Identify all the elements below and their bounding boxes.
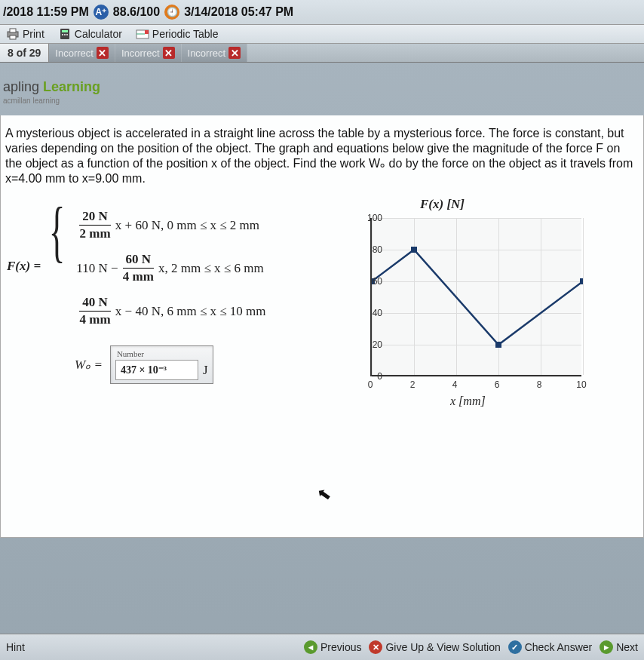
problem-statement: A mysterious object is accelerated in a …	[5, 126, 639, 186]
brand-subtitle: acmillan learning	[0, 97, 644, 115]
case-1: 20 N2 mm x + 60 N, 0 mm ≤ x ≤ 2 mm	[76, 209, 265, 241]
force-position-chart: F(x) [N] x [mm] 0246810020406080100	[337, 197, 601, 408]
x-tick-label: 6	[495, 379, 500, 390]
header-info-bar: /2018 11:59 PM A⁺ 88.6/100 🕘 3/14/2018 0…	[0, 0, 644, 25]
previous-label: Previous	[320, 641, 361, 653]
hint-button[interactable]: Hint	[6, 641, 25, 653]
answer-input[interactable]: 437 × 10⁻³	[115, 360, 198, 380]
attempt-3-label: Incorrect	[188, 48, 226, 59]
due-date: /2018 11:59 PM	[3, 5, 89, 19]
next-label: Next	[616, 641, 638, 653]
c1-den: 2 mm	[80, 226, 111, 241]
brace-icon: {	[49, 204, 66, 327]
y-tick-label: 20	[373, 339, 382, 350]
c2-num: 60 N	[123, 252, 155, 269]
c2-pre: 110 N −	[76, 261, 118, 276]
previous-button[interactable]: ◄ Previous	[304, 640, 361, 654]
printer-icon	[6, 28, 20, 40]
c1-range: x + 60 N, 0 mm ≤ x ≤ 2 mm	[115, 218, 259, 233]
x-tick-label: 2	[410, 379, 416, 390]
attempt-tab-3[interactable]: Incorrect ✕	[182, 44, 248, 62]
svg-rect-5	[62, 34, 63, 35]
next-icon: ►	[600, 640, 613, 654]
answer-unit: J	[203, 363, 208, 378]
print-button[interactable]: Print	[6, 28, 44, 40]
clock-icon: 🕘	[164, 5, 179, 20]
svg-rect-7	[66, 34, 68, 35]
x-tick-label: 0	[368, 379, 373, 390]
score-icon: A⁺	[94, 5, 109, 20]
y-tick-label: 80	[373, 244, 382, 255]
mouse-cursor-icon: ⬉	[316, 484, 333, 506]
y-tick-label: 0	[377, 371, 382, 382]
check-answer-button[interactable]: ✓ Check Answer	[508, 640, 592, 654]
attempt-tab-1[interactable]: Incorrect ✕	[49, 44, 115, 62]
incorrect-icon: ✕	[163, 47, 175, 59]
calculator-label: Calculator	[75, 28, 122, 40]
periodic-label: Periodic Table	[152, 28, 219, 40]
problem-content: A mysterious object is accelerated in a …	[0, 115, 644, 538]
equation-lhs: F(x) =	[7, 259, 41, 273]
y-tick-label: 40	[373, 308, 382, 318]
plot-area	[370, 218, 581, 376]
hint-label: Hint	[6, 641, 25, 653]
x-tick-label: 8	[537, 379, 542, 390]
svg-rect-14	[580, 278, 583, 284]
incorrect-icon: ✕	[228, 47, 241, 59]
attempt-2-label: Incorrect	[121, 48, 160, 59]
check-label: Check Answer	[525, 641, 592, 653]
incorrect-icon: ✕	[97, 47, 109, 59]
svg-rect-12	[411, 247, 417, 253]
answer-variable-label: Wₒ =	[75, 357, 103, 373]
giveup-label: Give Up & View Solution	[385, 641, 500, 653]
periodic-table-button[interactable]: Periodic Table	[136, 28, 219, 40]
calculator-icon	[58, 28, 72, 40]
svg-rect-13	[495, 342, 501, 348]
check-icon: ✓	[508, 640, 522, 654]
equation-definition: F(x) = { 20 N2 mm x + 60 N, 0 mm ≤ x ≤ 2…	[5, 197, 330, 388]
answer-row: Wₒ = Number 437 × 10⁻³ J	[75, 345, 328, 384]
giveup-icon: ✕	[369, 640, 382, 654]
brand-part1: apling	[3, 79, 43, 94]
previous-icon: ◄	[304, 640, 317, 654]
giveup-button[interactable]: ✕ Give Up & View Solution	[369, 640, 500, 654]
y-tick-label: 100	[367, 213, 382, 223]
svg-rect-6	[64, 34, 66, 35]
answer-box-caption: Number	[115, 349, 208, 360]
y-tick-label: 60	[373, 276, 382, 287]
svg-rect-10	[145, 30, 149, 34]
c3-num: 40 N	[79, 295, 111, 312]
attempt-tab-2[interactable]: Incorrect ✕	[115, 44, 182, 62]
case-2: 110 N − 60 N4 mm x, 2 mm ≤ x ≤ 6 mm	[76, 252, 265, 284]
toolbar: Print Calculator Periodic Table	[0, 25, 644, 44]
attempt-1-label: Incorrect	[55, 48, 94, 59]
x-tick-label: 10	[576, 379, 586, 390]
print-label: Print	[23, 28, 44, 40]
question-counter: 8 of 29	[0, 44, 49, 62]
svg-rect-1	[10, 29, 16, 32]
score-value: 88.6/100	[113, 5, 160, 19]
svg-rect-2	[10, 35, 16, 39]
x-tick-label: 4	[452, 379, 458, 390]
answer-frame: Number 437 × 10⁻³ J	[110, 345, 213, 384]
calculator-button[interactable]: Calculator	[58, 28, 122, 40]
c1-num: 20 N	[79, 209, 111, 226]
submitted-time: 3/14/2018 05:47 PM	[184, 5, 293, 19]
footer-bar: Hint ◄ Previous ✕ Give Up & View Solutio…	[0, 634, 644, 660]
x-axis-title: x [mm]	[450, 394, 486, 408]
c2-den: 4 mm	[123, 269, 154, 284]
brand-part2: Learning	[43, 79, 100, 94]
periodic-table-icon	[136, 28, 149, 40]
brand-title: apling Learning	[0, 63, 644, 97]
svg-rect-4	[62, 30, 68, 32]
chart-title: F(x) [N]	[337, 197, 601, 212]
attempt-tab-row: 8 of 29 Incorrect ✕ Incorrect ✕ Incorrec…	[0, 44, 644, 63]
c3-den: 4 mm	[80, 312, 111, 327]
c2-range: x, 2 mm ≤ x ≤ 6 mm	[158, 261, 264, 276]
next-button[interactable]: ► Next	[600, 640, 638, 654]
case-3: 40 N4 mm x − 40 N, 6 mm ≤ x ≤ 10 mm	[76, 295, 265, 327]
c3-range: x − 40 N, 6 mm ≤ x ≤ 10 mm	[115, 304, 266, 319]
